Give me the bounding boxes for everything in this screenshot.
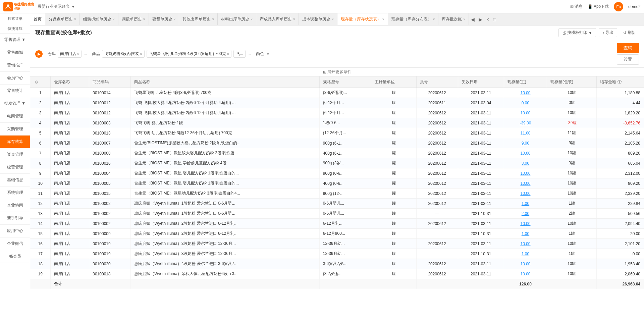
th-name: 商品名称 (131, 76, 320, 88)
th-settings[interactable]: ⚙ (30, 76, 51, 88)
sidebar-item-retail_stat[interactable]: 零售统计 (0, 85, 30, 97)
expand-more-btn[interactable]: ⊞ 展开更多条件 (323, 69, 352, 75)
tab-close[interactable]: × (74, 17, 76, 21)
th-balance: 结存金额 ① (597, 76, 644, 88)
sidebar-item-corp_wechat[interactable]: 企业微信 (0, 237, 30, 250)
sidebar-item-retail[interactable]: 零售管理 ▼ (0, 34, 30, 46)
warehouse-filter: 仓库 南岸门店 × ··· (48, 50, 87, 58)
th-batch: 批号 (416, 76, 458, 88)
sidebar-item-purchase[interactable]: 采购管理 (0, 123, 30, 136)
tab-close[interactable]: × (174, 17, 176, 21)
main-content: 首页 分盘点单历史 × 组装拆卸单历史 × 调拨单历史 × 要货单历史 × 其他… (30, 13, 644, 322)
tab-expand[interactable]: □ (491, 17, 498, 22)
tab-scroll-left[interactable]: ◀ (469, 17, 477, 22)
th-expire: 失效日期 (458, 76, 504, 88)
sidebar-item-app_center[interactable]: 应用中心 (0, 225, 30, 237)
color-label: 颜色 (256, 51, 264, 57)
color-dropdown[interactable]: ▼ (266, 52, 270, 56)
tab-成本[interactable]: 成本调整单历史 × (299, 13, 337, 25)
refresh-btn[interactable]: ↺ 刷新 (620, 29, 639, 37)
sidebar-item-member2[interactable]: 畅会员 (0, 250, 30, 263)
warehouse-tag[interactable]: 南岸门店 × (58, 50, 82, 58)
query-btn[interactable]: 查询 (617, 43, 639, 53)
product-tag-1-remove[interactable]: × (140, 52, 142, 56)
sidebar-item-newbie[interactable]: 新手引导 (0, 212, 30, 225)
warehouse-label: 仓库 (48, 51, 56, 57)
tab-close[interactable]: × (433, 17, 435, 21)
export-icon: ↑ (602, 31, 604, 35)
product-tag-3[interactable]: 飞... (233, 50, 246, 58)
tab-scroll-right[interactable]: ▶ (477, 17, 484, 22)
message-btn[interactable]: ✉ 消息 (570, 4, 583, 9)
print-btn[interactable]: 🖨 按模板打印 ▼ (558, 28, 596, 37)
filter-expand-icon[interactable]: ▶ (35, 50, 43, 58)
settings-btn[interactable]: 设置 (617, 54, 639, 65)
warehouse-remove[interactable]: × (77, 52, 79, 56)
message-label: 消息 (575, 4, 583, 9)
tab-bar: 首页 分盘点单历史 × 组装拆卸单历史 × 调拨单历史 × 要货单历史 × 其他… (30, 13, 644, 25)
tab-close[interactable]: × (251, 17, 253, 21)
tab-close[interactable]: × (463, 17, 465, 21)
sidebar-item-member[interactable]: 会员中心 (0, 72, 30, 85)
sidebar-item-sys[interactable]: 系统管理 (0, 186, 30, 199)
th-warehouse: 仓库名称 (51, 76, 89, 88)
workspace-selector[interactable]: 母婴行业演示账套 ▼ (38, 4, 75, 9)
table-row: 3南岸门店00100012飞鹤 飞帆 较大婴儿配方奶粉 2段(6-12个月婴幼儿… (30, 108, 644, 118)
sidebar-item-enterprise[interactable]: 企业协同 (0, 199, 30, 212)
table-row: 7南岸门店00100008合生元（BIOSTIME）派星较大婴儿配方奶粉 2段 … (30, 148, 644, 158)
tab-调拨[interactable]: 调拨单历史 × (118, 13, 149, 25)
sidebar-search[interactable]: 搜索菜单 (0, 13, 30, 24)
tab-库存批次[interactable]: 库存批次账 × (438, 13, 469, 25)
tab-close[interactable]: × (332, 17, 334, 21)
tab-材料[interactable]: 材料出库单历史 × (218, 13, 256, 25)
sidebar-item-inventory[interactable]: 库存核算 (0, 136, 30, 148)
tab-close[interactable]: × (293, 17, 295, 21)
tab-要货[interactable]: 要货单历史 × (149, 13, 179, 25)
sidebar-item-biz_mgmt[interactable]: 经营管理 (0, 161, 30, 174)
topbar-right: ✉ 消息 📱 App下载 Ea demo2 (570, 2, 641, 11)
table-row: 19南岸门店00100018惠氏启赋（Wyeth illuma）亲和人体儿童配方… (30, 269, 644, 279)
export-btn[interactable]: ↑ 导出 (599, 28, 617, 37)
sidebar-item-retail_shop[interactable]: 零售商城 (0, 46, 30, 59)
product-tag-3-value: 飞... (236, 51, 243, 57)
table-row: 17南岸门店00100019惠氏启赋（Wyeth illuma）3段奶粉 爱尔兰… (30, 249, 644, 259)
product-tag-2-remove[interactable]: × (227, 52, 229, 56)
table-row: 2南岸门店00100012飞鹤 飞帆 较大婴儿配方奶粉 2段(6-12个月婴幼儿… (30, 98, 644, 108)
tab-现存量分布[interactable]: 现存量（库存分布表）× (388, 13, 439, 25)
product-tag-2[interactable]: 飞鹤星飞帆 儿童奶粉 4段(3-6岁适用) 700克 × (147, 50, 231, 58)
tab-close[interactable]: × (143, 17, 145, 21)
logo: 畅捷通好生意 标题 (3, 2, 34, 11)
product-more[interactable]: ··· (248, 52, 251, 56)
print-dropdown-icon: ▼ (588, 31, 592, 35)
topbar: 畅捷通好生意 标题 母婴行业演示账套 ▼ ✉ 消息 📱 App下载 Ea dem… (0, 0, 644, 13)
gear-icon[interactable]: ⚙ (34, 79, 39, 85)
product-label: 商品 (92, 51, 100, 57)
table-row: 4南岸门店00100003飞鹤飞帆 婴儿配方奶粉 1段1段(0-6...罐202… (30, 118, 644, 128)
table-row: 1南岸门店00100014飞鹤星飞帆 儿童奶粉 4段(3-6岁适用) 700克(… (30, 88, 644, 98)
sidebar-item-ecommerce[interactable]: 电商管理 (0, 110, 30, 123)
tab-close[interactable]: × (382, 17, 384, 21)
expand-icon: ⊞ (323, 70, 326, 74)
sidebar: 搜索菜单 快捷导航 零售管理 ▼零售商城营销推广会员中心零售统计批发管理 ▼电商… (0, 13, 30, 322)
product-tag-1[interactable]: 飞鹤奶粉3段丙摆装 × (102, 50, 144, 58)
tab-现存量库存[interactable]: 现存量（库存状况表）× (337, 13, 388, 25)
sidebar-item-finance[interactable]: 资金管理 (0, 148, 30, 161)
tab-产成品[interactable]: 产成品入库单历史 × (256, 13, 299, 25)
tab-其他[interactable]: 其他出库单历史 × (179, 13, 218, 25)
tab-close[interactable]: × (212, 17, 214, 21)
sidebar-quick-nav[interactable]: 快捷导航 (0, 24, 30, 34)
tab-分盘[interactable]: 分盘点单历史 × (45, 13, 80, 25)
app-download-btn[interactable]: 📱 App下载 (588, 4, 609, 9)
tab-组装[interactable]: 组装拆卸单历史 × (80, 13, 118, 25)
sidebar-item-marketing[interactable]: 营销推广 (0, 59, 30, 72)
tab-close[interactable]: × (113, 17, 115, 21)
avatar[interactable]: Ea (614, 2, 623, 11)
table-row: 16南岸门店00100019惠氏启赋（Wyeth illuma）3段奶粉 爱尔兰… (30, 239, 644, 249)
print-icon: 🖨 (562, 31, 566, 35)
sidebar-item-wholesale[interactable]: 批发管理 ▼ (0, 97, 30, 110)
tab-close-all[interactable]: × (484, 17, 491, 22)
tab-home[interactable]: 首页 (30, 13, 45, 25)
sidebar-item-basic[interactable]: 基础信息 (0, 174, 30, 186)
table-row: 9南岸门店00100004合生元（BIOSTIME）派星 婴儿配方奶粉 1段 乳… (30, 168, 644, 178)
warehouse-more[interactable]: ··· (84, 52, 87, 56)
